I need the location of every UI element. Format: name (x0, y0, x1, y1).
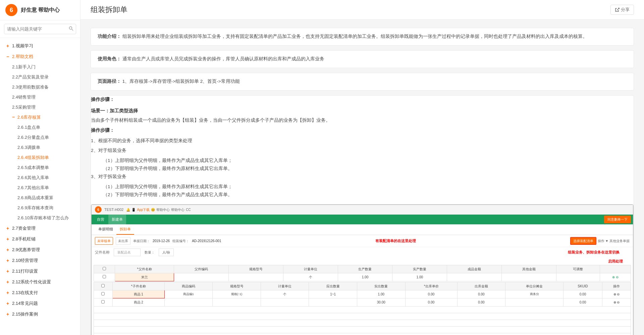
sidebar-item-settings-label: 2.12系统个性化设置 (12, 279, 51, 285)
app-topbar-btn[interactable]: 同意删单一下 (604, 216, 631, 223)
sidebar-item-faq[interactable]: + 2.14常见问题 (0, 298, 80, 309)
sidebar-item-coupon[interactable]: + 2.9优惠券管理 (0, 244, 80, 255)
app-bottom-row-6 (94, 327, 631, 333)
sidebar-item-2-6-2[interactable]: 2.6.2分量盘点单 (0, 132, 80, 143)
app-btd-spec2 (213, 298, 261, 306)
nav-sub-help: 2.1新手入门 2.2产品安装及登录 2.3使用前数据准备 2.4销售管理 2.… (0, 62, 80, 223)
app-btd-code1: 商品编1 (164, 290, 213, 298)
app-top-table: *父件名称 父件编码 规格型号 计量单位 生产数量 实产数量 成品金额 其他金额… (92, 265, 633, 281)
plus-icon-4: + (5, 247, 10, 252)
sidebar-item-purchase[interactable]: 2.5采购管理 (0, 102, 80, 112)
sidebar-item-data-prep[interactable]: 2.3使用前数据准备 (0, 82, 80, 92)
sidebar-item-2-6-4[interactable]: 2.6.4组装拆卸单 (0, 153, 80, 163)
search-button[interactable] (66, 24, 76, 34)
step3: 3、对于拆装业务 (91, 173, 634, 181)
sidebar-item-2-6-7[interactable]: 2.6.7其他出库单 (0, 183, 80, 193)
app-td-parent-name[interactable]: 米兰 (115, 273, 174, 281)
app-select-bom-btn[interactable]: 选择装配清单 (570, 237, 596, 245)
step2-1: （1）上部明细为父件明细，最终作为产成品生成其它入库单； (103, 157, 634, 165)
sidebar-item-finance[interactable]: + 2.7资金管理 (0, 223, 80, 234)
app-subnav-active[interactable]: 拆卸单 (116, 224, 134, 235)
search-icon (69, 26, 73, 31)
sidebar-item-ops-label: 2.10经营管理 (12, 258, 38, 264)
app-bth-code: 商品编码 (164, 282, 213, 290)
app-btd-share2 (505, 298, 564, 306)
app-nav-bar: 自营 新建单 同意删单一下 (92, 215, 633, 224)
app-row-edit-btn1[interactable]: ⊕ ⊖ (613, 292, 620, 296)
sidebar-item-operations[interactable]: + 2.10经营管理 (0, 255, 80, 266)
app-td-other (502, 273, 556, 281)
sidebar-item-2-6-5[interactable]: 2.6.5成本调整单 (0, 163, 80, 173)
sidebar-item-cases-label: 2.15操作案例 (12, 311, 38, 317)
app-bth-actual-qty: 实出数量 (357, 282, 406, 290)
app-btd-sku1: 0.00 (564, 290, 602, 298)
app-annotation3-text: 启用处理 (608, 259, 623, 263)
app-status-out: 未出库 (116, 237, 130, 245)
app-bottom-table: *子件名称 商品编码 规格型号 计量单位 应出数量 实出数量 *出库单价 出库金… (92, 282, 633, 335)
app-nav-home[interactable]: 自营 (94, 215, 108, 224)
app-th-unit: 计量单位 (283, 265, 338, 273)
app-status-unverified[interactable]: 未审核单 (95, 237, 113, 245)
feature-intro-block: 功能介绍： 组装拆卸单用来处理企业组装或拆卸等加工业务，支持有固定装配清单的产品… (91, 28, 634, 46)
share-button[interactable]: 分享 (610, 5, 634, 15)
app-btd-price2: 0.00 (405, 298, 457, 306)
app-btd-name1[interactable]: 商品 1 (112, 290, 164, 298)
step2: 2、对于组装业务 (91, 147, 634, 155)
sidebar-item-2-6-8[interactable]: 2.6.8商品成本重算 (0, 193, 80, 203)
sidebar-item-cases[interactable]: + 2.15操作案例 (0, 309, 80, 320)
app-annotation3-row: 启用处理 (92, 258, 633, 265)
sidebar-item-video[interactable]: + 1.视频学习 (0, 41, 80, 51)
app-bottom-row-3 (94, 306, 631, 313)
sidebar-item-newbie[interactable]: 2.1新手入门 (0, 62, 80, 72)
app-th-other-amount: 其他金额 (502, 265, 556, 273)
plus-icon-10: + (5, 312, 10, 317)
app-btd-unit2 (261, 298, 309, 306)
step2-2: （2）下部明细为子件明细，最终作为原材料生成其它出库单。 (103, 165, 634, 173)
sidebar-item-install[interactable]: 2.2产品安装及登录 (0, 72, 80, 82)
app-form-btns[interactable]: 操作 ▼ 其他业务单据 (598, 238, 630, 244)
app-name-input[interactable]: 装配品名 (114, 248, 141, 256)
app-row-action-btn[interactable]: ⊕ ⊖ (612, 275, 619, 279)
app-bth-share: 单位分摊金 (505, 282, 564, 290)
app-btd-code2 (164, 298, 213, 306)
sidebar-item-2-6-9[interactable]: 2.6.9库存账本查询 (0, 203, 80, 213)
app-th-spec: 规格型号 (228, 265, 283, 273)
sidebar-item-sales[interactable]: 2.4销售管理 (0, 92, 80, 102)
app-subnav-detail[interactable]: 单据明细 (95, 224, 116, 235)
app-topbar-id: TEST-H002 (104, 207, 123, 213)
app-qty-input[interactable]: 人/份 (159, 248, 174, 256)
app-row-edit-btn2[interactable]: ⊕ ⊖ (613, 300, 620, 304)
app-th-parent-code: 父件编码 (174, 265, 228, 273)
logo-area: 6 好生意 帮助中心 (0, 0, 80, 20)
row-checkbox-b1[interactable] (101, 292, 105, 295)
select-all-top[interactable] (103, 267, 106, 270)
row-checkbox[interactable] (103, 275, 106, 278)
sidebar-item-2-6-3[interactable]: 2.6.3调拨单 (0, 143, 80, 153)
sidebar-item-mobile[interactable]: + 2.8手机旺铺 (0, 234, 80, 244)
app-nav-new[interactable]: 新建单 (108, 215, 126, 224)
app-th-qty: 生产数量 (338, 265, 392, 273)
app-bottom-row-1: 商品 1 商品编1 规格(↑1) 个 1~1 1.00 0.00 0.00 商务… (94, 290, 631, 298)
app-th-checkbox (94, 265, 115, 273)
nav-tree: + 1.视频学习 − 2.帮助文档 2.1新手入门 2.2产品安装及登录 2.3… (0, 38, 80, 335)
app-td-actual-qty: 1.00 (392, 273, 447, 281)
select-all-bottom[interactable] (101, 284, 105, 287)
sidebar-item-2-6-10[interactable]: 2.6.10库存账本错了怎么办 (0, 213, 80, 223)
row-checkbox-b2[interactable] (101, 300, 105, 303)
search-input[interactable] (4, 24, 66, 34)
sidebar-item-payment[interactable]: + 2.13在线支付 (0, 287, 80, 298)
sidebar-item-print[interactable]: + 2.11打印设置 (0, 266, 80, 277)
app-bottom-row-4 (94, 313, 631, 320)
app-td-code (174, 273, 228, 281)
sidebar-item-help[interactable]: − 2.帮助文档 2.1新手入门 2.2产品安装及登录 2.3使用前数据准备 2… (0, 51, 80, 223)
app-btd-actual2: 30.00 (357, 298, 406, 306)
plus-icon-6: + (5, 269, 10, 274)
sidebar-item-2-6-1[interactable]: 2.6.1盘点单 (0, 122, 80, 132)
sidebar-item-settings[interactable]: + 2.12系统个性化设置 (0, 277, 80, 287)
sidebar-item-finance-label: 2.7资金管理 (12, 225, 36, 231)
app-form-row: 未审核单 未出库 单据日期： 2019-12-26 组装编号： AD-20191… (92, 235, 633, 247)
app-btd-should1: 1~1 (309, 290, 357, 298)
sidebar-item-inventory[interactable]: − 2.6库存核算 (0, 112, 80, 122)
sidebar-item-2-6-6[interactable]: 2.6.6其他入库单 (0, 173, 80, 183)
app-bth-spec: 规格型号 (213, 282, 261, 290)
